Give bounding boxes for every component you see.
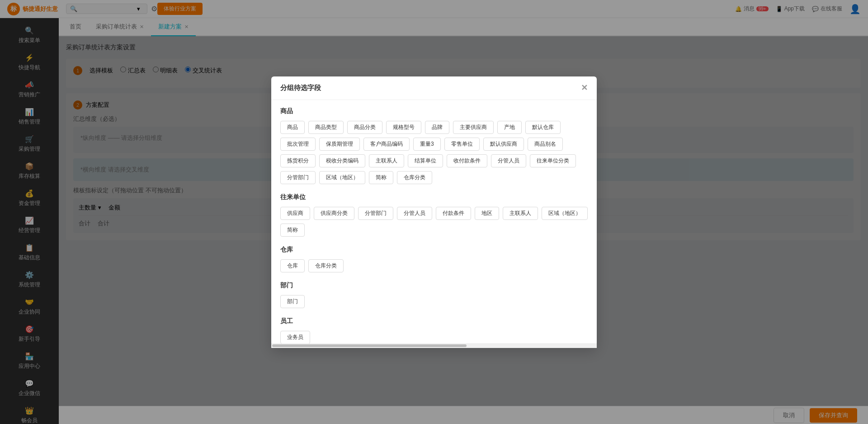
field-tag-0-3[interactable]: 规格型号 (386, 121, 421, 134)
field-tag-0-7[interactable]: 默认仓库 (525, 121, 561, 134)
field-tag-1-4[interactable]: 付款条件 (436, 207, 471, 220)
field-tag-0-0[interactable]: 商品 (280, 121, 305, 134)
field-tag-1-2[interactable]: 分管部门 (358, 207, 393, 220)
modal-body: 商品商品商品类型商品分类规格型号品牌主要供应商产地默认仓库批次管理保质期管理客户… (271, 100, 597, 343)
section-title-3: 部门 (280, 281, 588, 290)
field-section-2: 仓库仓库仓库分类 (280, 246, 588, 272)
field-tag-0-4[interactable]: 品牌 (425, 121, 449, 134)
field-tag-0-20[interactable]: 分管人员 (491, 154, 526, 167)
field-section-4: 员工业务员 (280, 317, 588, 343)
field-tag-0-22[interactable]: 分管部门 (280, 171, 316, 184)
field-tag-1-0[interactable]: 供应商 (280, 207, 310, 220)
field-tag-4-0[interactable]: 业务员 (280, 331, 310, 343)
field-tag-0-17[interactable]: 主联系人 (369, 154, 404, 167)
field-tag-1-6[interactable]: 主联系人 (503, 207, 538, 220)
modal-overlay: 分组待选字段 ✕ 商品商品商品类型商品分类规格型号品牌主要供应商产地默认仓库批次… (0, 0, 868, 424)
field-tag-0-18[interactable]: 结算单位 (408, 154, 443, 167)
field-tag-0-15[interactable]: 拣货积分 (280, 154, 316, 167)
field-tag-1-1[interactable]: 供应商分类 (314, 207, 354, 220)
field-tag-0-10[interactable]: 客户商品编码 (363, 138, 410, 151)
field-select-modal: 分组待选字段 ✕ 商品商品商品类型商品分类规格型号品牌主要供应商产地默认仓库批次… (271, 76, 597, 348)
field-tag-0-13[interactable]: 默认供应商 (483, 138, 524, 151)
field-tag-2-0[interactable]: 仓库 (280, 259, 305, 272)
modal-title: 分组待选字段 (280, 84, 321, 92)
field-tags-3: 部门 (280, 295, 588, 308)
field-tag-0-1[interactable]: 商品类型 (308, 121, 344, 134)
field-tag-0-14[interactable]: 商品别名 (528, 138, 563, 151)
modal-header: 分组待选字段 ✕ (271, 76, 597, 100)
modal-hscrollbar[interactable] (271, 343, 597, 348)
field-section-3: 部门部门 (280, 281, 588, 308)
field-tag-0-9[interactable]: 保质期管理 (319, 138, 360, 151)
field-tag-3-0[interactable]: 部门 (280, 295, 305, 308)
field-tag-0-25[interactable]: 仓库分类 (397, 171, 432, 184)
field-tag-0-6[interactable]: 产地 (497, 121, 522, 134)
field-tag-0-21[interactable]: 往来单位分类 (530, 154, 576, 167)
field-tag-0-24[interactable]: 简称 (369, 171, 393, 184)
field-tag-0-5[interactable]: 主要供应商 (453, 121, 494, 134)
field-tag-0-12[interactable]: 零售单位 (444, 138, 480, 151)
field-tag-2-1[interactable]: 仓库分类 (308, 259, 344, 272)
modal-close-button[interactable]: ✕ (581, 84, 588, 92)
field-tag-1-3[interactable]: 分管人员 (397, 207, 432, 220)
field-tag-0-8[interactable]: 批次管理 (280, 138, 316, 151)
field-tag-1-8[interactable]: 简称 (280, 224, 305, 237)
field-tags-0: 商品商品类型商品分类规格型号品牌主要供应商产地默认仓库批次管理保质期管理客户商品… (280, 121, 588, 184)
field-tags-2: 仓库仓库分类 (280, 259, 588, 272)
field-tag-0-16[interactable]: 税收分类编码 (319, 154, 365, 167)
field-tags-4: 业务员 (280, 331, 588, 343)
hscroll-thumb[interactable] (272, 344, 467, 347)
field-tag-1-7[interactable]: 区域（地区） (542, 207, 588, 220)
field-tag-0-2[interactable]: 商品分类 (347, 121, 382, 134)
section-title-0: 商品 (280, 107, 588, 115)
field-tag-1-5[interactable]: 地区 (475, 207, 499, 220)
field-section-0: 商品商品商品类型商品分类规格型号品牌主要供应商产地默认仓库批次管理保质期管理客户… (280, 107, 588, 184)
section-title-2: 仓库 (280, 246, 588, 254)
field-tag-0-19[interactable]: 收付款条件 (447, 154, 487, 167)
section-title-4: 员工 (280, 317, 588, 325)
field-tags-1: 供应商供应商分类分管部门分管人员付款条件地区主联系人区域（地区）简称 (280, 207, 588, 237)
section-title-1: 往来单位 (280, 193, 588, 201)
field-section-1: 往来单位供应商供应商分类分管部门分管人员付款条件地区主联系人区域（地区）简称 (280, 193, 588, 237)
field-tag-0-23[interactable]: 区域（地区） (319, 171, 365, 184)
field-tag-0-11[interactable]: 重量3 (413, 138, 441, 151)
